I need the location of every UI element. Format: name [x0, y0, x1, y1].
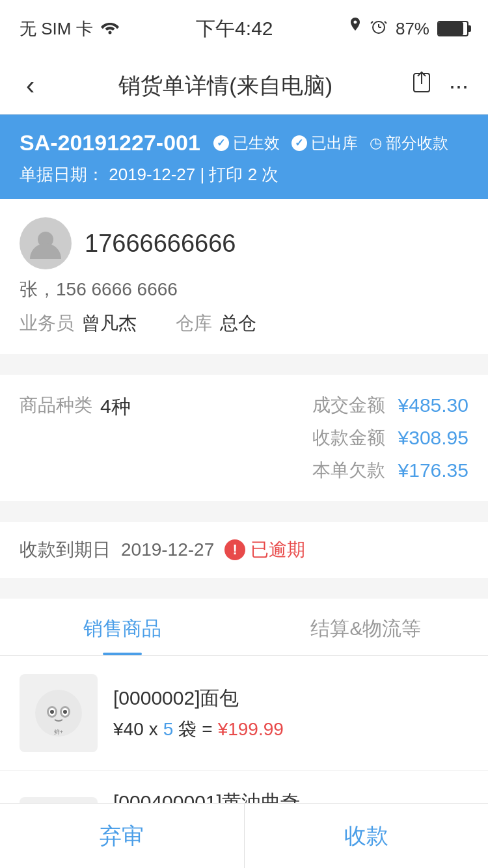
status-bar-time: 下午4:42 [196, 16, 273, 42]
tab-settlement-logistics[interactable]: 结算&物流等 [244, 599, 488, 655]
product-total-1: ¥199.99 [218, 719, 284, 740]
order-date-row: 单据日期： 2019-12-27 | 打印 2 次 [20, 163, 468, 186]
due-date-label: 收款到期日 [20, 537, 111, 562]
battery-percent: 87% [396, 19, 429, 39]
order-id: SA-20191227-001 [20, 130, 200, 156]
bottom-toolbar: 弃审 收款 [0, 803, 488, 868]
customer-section: 17666666666 张，156 6666 6666 业务员 曾凡杰 仓库 总… [0, 199, 488, 354]
type-value: 4种 [100, 394, 131, 420]
overdue-badge: ! 已逾期 [224, 537, 305, 562]
deal-amount-row: 成交金额 ¥485.30 [312, 393, 468, 418]
due-date-section: 收款到期日 2019-12-27 ! 已逾期 [0, 522, 488, 578]
back-button[interactable]: ‹ [20, 64, 41, 107]
received-value: ¥308.95 [398, 427, 468, 449]
section-gap-3 [0, 588, 488, 599]
salesperson-item: 业务员 曾凡杰 [20, 311, 137, 336]
status-bar: 无 SIM 卡 下午4:42 87% [0, 0, 488, 57]
debt-value: ¥176.35 [398, 459, 468, 481]
received-amount-row: 收款金额 ¥308.95 [312, 426, 468, 450]
svg-point-13 [63, 710, 67, 714]
svg-text:鲜+: 鲜+ [54, 729, 63, 735]
order-id-row: SA-20191227-001 ✓ 已生效 ✓ 已出库 ◷ 部分收款 [20, 130, 468, 156]
more-button[interactable]: ··· [449, 72, 468, 100]
debt-label: 本单欠款 [312, 458, 385, 483]
type-label: 商品种类 [20, 393, 92, 418]
share-button[interactable] [410, 71, 433, 100]
tabs-section: 销售商品 结算&物流等 [0, 599, 488, 656]
battery-icon [437, 21, 468, 36]
summary-section: 商品种类 4种 成交金额 ¥485.30 收款金额 ¥308.95 本单欠款 ¥… [0, 375, 488, 501]
badge-shipped: ✓ 已出库 [291, 133, 358, 154]
status-bar-right: 87% [349, 18, 468, 40]
customer-meta: 业务员 曾凡杰 仓库 总仓 [20, 311, 468, 336]
alarm-icon [370, 18, 388, 40]
summary-right: 成交金额 ¥485.30 收款金额 ¥308.95 本单欠款 ¥176.35 [312, 393, 468, 483]
tabs-row: 销售商品 结算&物流等 [0, 599, 488, 656]
product-info-1: [0000002]面包 ¥40 x 5 袋 = ¥199.99 [113, 685, 468, 742]
overdue-text: 已逾期 [251, 537, 305, 562]
customer-phone: 17666666666 [85, 230, 236, 258]
product-type-row: 商品种类 4种 [20, 393, 131, 420]
salesperson-value: 曾凡杰 [82, 311, 137, 336]
check-icon: ✓ [213, 135, 229, 151]
svg-point-12 [50, 710, 54, 714]
summary-left: 商品种类 4种 [20, 393, 131, 420]
order-header: SA-20191227-001 ✓ 已生效 ✓ 已出库 ◷ 部分收款 单据日期：… [0, 115, 488, 199]
nav-actions: ··· [410, 71, 468, 100]
carrier-text: 无 SIM 卡 [20, 18, 93, 40]
product-name-1: [0000002]面包 [113, 685, 468, 712]
customer-row: 17666666666 [20, 217, 468, 269]
check-icon-2: ✓ [291, 135, 307, 151]
tab-sales-products[interactable]: 销售商品 [0, 599, 244, 655]
section-gap-1 [0, 364, 488, 375]
customer-avatar [20, 217, 72, 269]
deal-amount-label: 成交金额 [312, 393, 385, 418]
badge-partial: ◷ 部分收款 [370, 133, 448, 154]
warehouse-value: 总仓 [220, 311, 256, 336]
confirm-button[interactable]: 收款 [245, 804, 489, 868]
wifi-icon [100, 19, 120, 39]
product-price-1: ¥40 x 5 袋 = ¥199.99 [113, 717, 468, 742]
customer-sub: 张，156 6666 6666 [20, 277, 468, 302]
warehouse-label: 仓库 [176, 311, 212, 336]
due-date-value: 2019-12-27 [121, 539, 214, 560]
order-status-badges: ✓ 已生效 ✓ 已出库 ◷ 部分收款 [213, 133, 448, 154]
received-label: 收款金额 [312, 426, 385, 450]
product-item-1: 鲜+ [0000002]面包 ¥40 x 5 袋 = ¥199.99 [0, 656, 488, 771]
svg-point-0 [108, 31, 111, 34]
nav-bar: ‹ 销货单详情(来自电脑) ··· [0, 57, 488, 115]
warehouse-item: 仓库 总仓 [176, 311, 256, 336]
page-title: 销货单详情(来自电脑) [118, 71, 332, 101]
debt-amount-row: 本单欠款 ¥176.35 [312, 458, 468, 483]
badge-active: ✓ 已生效 [213, 133, 280, 154]
salesperson-label: 业务员 [20, 311, 74, 336]
location-icon [349, 18, 362, 40]
product-qty-1: 5 [163, 719, 174, 740]
section-gap-2 [0, 511, 488, 522]
status-bar-left: 无 SIM 卡 [20, 18, 120, 40]
overdue-icon: ! [224, 539, 245, 560]
clock-icon: ◷ [370, 135, 382, 152]
product-image-1: 鲜+ [20, 674, 98, 752]
cancel-button[interactable]: 弃审 [0, 804, 245, 868]
deal-amount-value: ¥485.30 [398, 394, 468, 416]
